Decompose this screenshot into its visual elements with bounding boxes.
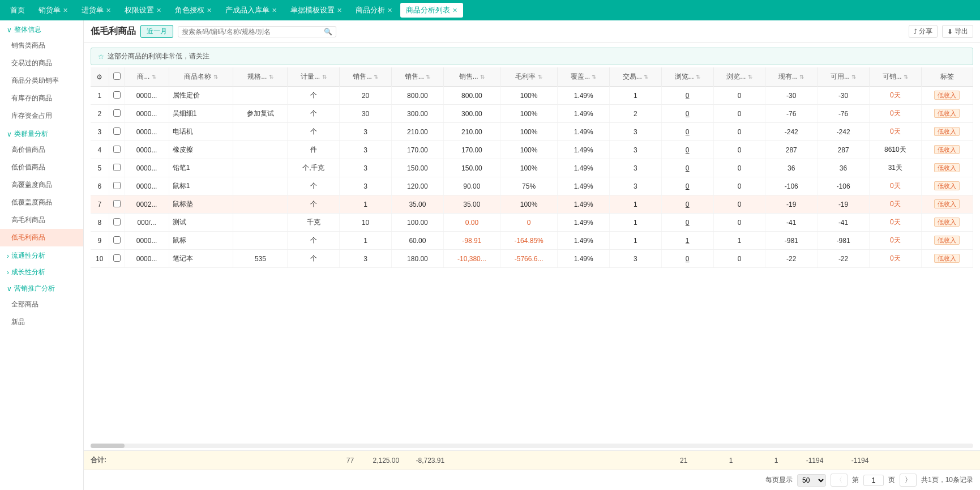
- col-header-spec[interactable]: 规格... ⇅: [233, 67, 288, 87]
- row-views1-4[interactable]: 0: [661, 141, 713, 159]
- checkbox-col-header[interactable]: [109, 67, 125, 87]
- col-header-name[interactable]: 商品名称 ⇅: [169, 67, 233, 87]
- row-views2-5: 0: [713, 159, 765, 177]
- row-name-10[interactable]: 笔记本: [169, 250, 233, 268]
- sidebar-item-high-margin[interactable]: 高毛利商品: [0, 211, 83, 229]
- col-header-views1[interactable]: 浏览... ⇅: [661, 67, 713, 87]
- share-button[interactable]: ⤴ 分享: [909, 25, 938, 38]
- search-input[interactable]: [182, 28, 324, 36]
- page-title: 低毛利商品: [91, 25, 136, 37]
- row-views1-9[interactable]: 1: [661, 232, 713, 250]
- nav-item-sales[interactable]: 销货单 ✕: [33, 3, 74, 18]
- row-views1-7[interactable]: 0: [661, 195, 713, 214]
- row-views1-10[interactable]: 0: [661, 250, 713, 268]
- select-all-checkbox[interactable]: [113, 73, 121, 80]
- sidebar-item-sales-products[interactable]: 销售类商品: [0, 37, 83, 54]
- row-checkbox-1[interactable]: [109, 87, 125, 105]
- filter-button[interactable]: 近一月: [140, 25, 173, 38]
- search-icon[interactable]: 🔍: [324, 28, 332, 36]
- row-checkbox-9[interactable]: [109, 232, 125, 250]
- sidebar-item-low-value[interactable]: 低价值商品: [0, 159, 83, 176]
- sidebar-item-all-products[interactable]: 全部商品: [0, 296, 83, 313]
- row-name-8[interactable]: 测试: [169, 214, 233, 232]
- row-views1-8[interactable]: 0: [661, 214, 713, 232]
- sidebar-item-category-rate[interactable]: 商品分类助销率: [0, 72, 83, 90]
- sidebar-item-stock-capital[interactable]: 库存资金占用: [0, 107, 83, 125]
- sidebar-group-circulation[interactable]: › 流通性分析: [0, 246, 83, 263]
- nav-close-analysis-list[interactable]: ✕: [452, 7, 457, 14]
- sidebar-item-high-coverage[interactable]: 高覆盖度商品: [0, 176, 83, 194]
- next-page-button[interactable]: 〉: [900, 474, 917, 487]
- row-checkbox-2[interactable]: [109, 105, 125, 123]
- sidebar-item-new-products[interactable]: 新品: [0, 313, 83, 331]
- sidebar-group-growth[interactable]: › 成长性分析: [0, 263, 83, 279]
- col-header-available-stock[interactable]: 可用... ⇅: [818, 67, 870, 87]
- page-size-select[interactable]: 50 20 100: [797, 474, 826, 487]
- horizontal-scrollbar-thumb[interactable]: [91, 444, 125, 448]
- col-header-views2[interactable]: 浏览... ⇅: [713, 67, 765, 87]
- nav-close-product-warehouse[interactable]: ✕: [272, 7, 277, 14]
- row-name-7[interactable]: 鼠标垫: [169, 195, 233, 214]
- col-header-current-stock[interactable]: 现有... ⇅: [765, 67, 818, 87]
- row-gross-margin-2: 100%: [500, 105, 557, 123]
- prev-page-button[interactable]: 〈: [831, 474, 848, 487]
- sidebar-item-stocked-products[interactable]: 有库存的商品: [0, 90, 83, 107]
- row-name-1[interactable]: 属性定价: [169, 87, 233, 105]
- row-name-2[interactable]: 吴细细1: [169, 105, 233, 123]
- col-header-gross-margin[interactable]: 毛利率 ⇅: [500, 67, 557, 87]
- row-checkbox-4[interactable]: [109, 141, 125, 159]
- summary-views1: 1: [699, 457, 733, 465]
- row-checkbox-10[interactable]: [109, 250, 125, 268]
- nav-item-product-analysis[interactable]: 商品分析 ✕: [350, 3, 398, 18]
- row-views1-1[interactable]: 0: [661, 87, 713, 105]
- settings-col-header[interactable]: ⚙: [91, 67, 109, 87]
- nav-item-analysis-list[interactable]: 商品分析列表 ✕: [400, 3, 463, 18]
- row-name-5[interactable]: 铅笔1: [169, 159, 233, 177]
- row-checkbox-3[interactable]: [109, 123, 125, 141]
- sidebar-item-traded-products[interactable]: 交易过的商品: [0, 54, 83, 72]
- row-views1-6[interactable]: 0: [661, 177, 713, 195]
- nav-item-roles[interactable]: 角色授权 ✕: [169, 3, 217, 18]
- nav-close-purchase[interactable]: ✕: [106, 7, 111, 14]
- row-checkbox-7[interactable]: [109, 195, 125, 214]
- col-header-transaction[interactable]: 交易... ⇅: [610, 67, 662, 87]
- sidebar-item-low-margin[interactable]: 低毛利商品: [0, 229, 83, 246]
- col-header-code[interactable]: 商... ⇅: [125, 67, 169, 87]
- nav-close-product-analysis[interactable]: ✕: [387, 7, 392, 14]
- row-name-3[interactable]: 电话机: [169, 123, 233, 141]
- sidebar-item-high-value[interactable]: 高价值商品: [0, 141, 83, 159]
- nav-close-roles[interactable]: ✕: [207, 7, 212, 14]
- nav-item-home[interactable]: 首页: [5, 3, 31, 18]
- nav-item-template[interactable]: 单据模板设置 ✕: [285, 3, 348, 18]
- sidebar-item-low-coverage[interactable]: 低覆盖度商品: [0, 194, 83, 211]
- row-name-9[interactable]: 鼠标: [169, 232, 233, 250]
- col-header-coverage[interactable]: 覆盖... ⇅: [558, 67, 610, 87]
- nav-close-permissions[interactable]: ✕: [156, 7, 161, 14]
- nav-item-purchase[interactable]: 进货单 ✕: [76, 3, 117, 18]
- export-button[interactable]: ⬇ 导出: [942, 25, 973, 38]
- row-checkbox-5[interactable]: [109, 159, 125, 177]
- col-header-sales-qty[interactable]: 销售... ⇅: [340, 67, 392, 87]
- page-input[interactable]: [863, 475, 884, 486]
- row-name-4[interactable]: 橡皮擦: [169, 141, 233, 159]
- row-sales-amount-5: 150.00: [392, 159, 444, 177]
- row-num-4: 4: [91, 141, 109, 159]
- col-header-unit[interactable]: 计量... ⇅: [288, 67, 340, 87]
- nav-item-permissions[interactable]: 权限设置 ✕: [119, 3, 167, 18]
- row-views1-2[interactable]: 0: [661, 105, 713, 123]
- col-header-sales-profit[interactable]: 销售... ⇅: [443, 67, 500, 87]
- sidebar-group-cluster[interactable]: ∨ 类群量分析: [0, 125, 83, 141]
- sidebar-group-overall[interactable]: ∨ 整体信息: [0, 20, 83, 37]
- nav-close-template[interactable]: ✕: [337, 7, 342, 14]
- sidebar-group-marketing[interactable]: ∨ 营销推广分析: [0, 279, 83, 296]
- row-views1-3[interactable]: 0: [661, 123, 713, 141]
- col-header-sellable[interactable]: 可销... ⇅: [869, 67, 921, 87]
- row-checkbox-6[interactable]: [109, 177, 125, 195]
- col-header-sales-amount[interactable]: 销售... ⇅: [392, 67, 444, 87]
- row-checkbox-8[interactable]: [109, 214, 125, 232]
- row-views1-5[interactable]: 0: [661, 159, 713, 177]
- row-name-6[interactable]: 鼠标1: [169, 177, 233, 195]
- row-unit-9: 个: [288, 232, 340, 250]
- nav-item-product-warehouse[interactable]: 产成品入库单 ✕: [220, 3, 283, 18]
- nav-close-sales[interactable]: ✕: [63, 7, 68, 14]
